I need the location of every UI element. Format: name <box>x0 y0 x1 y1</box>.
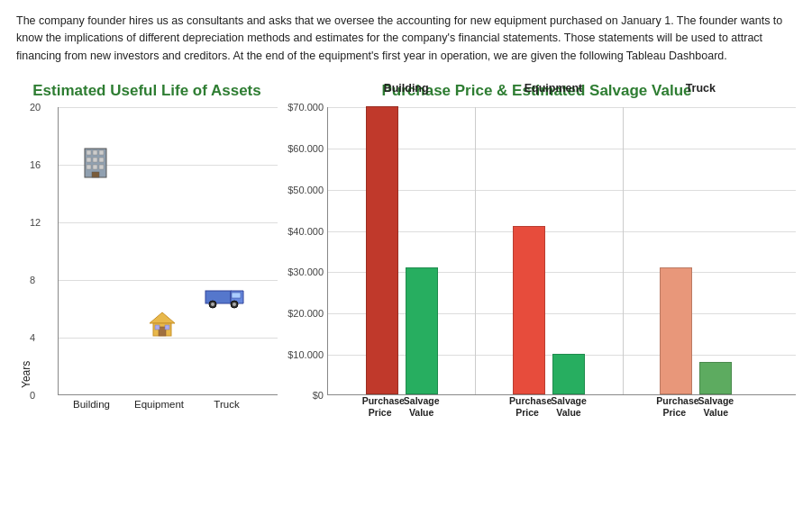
left-icon-building <box>83 147 108 179</box>
right-y-labels: $0$10.000$20.000$30.000$40.000$50.000$60… <box>278 107 327 395</box>
svg-rect-1 <box>87 150 91 155</box>
left-y-tick-label: 0 <box>30 390 35 401</box>
salvage-bar-building <box>406 267 438 395</box>
col-header-truck: Truck <box>627 82 774 95</box>
left-chart-area: Years 048121620 <box>16 107 278 410</box>
svg-rect-9 <box>99 165 104 169</box>
main-container: The company founder hires us as consulta… <box>0 0 812 428</box>
col-divider <box>475 107 476 394</box>
left-chart: Estimated Useful Life of Assets Years 04… <box>16 81 278 410</box>
left-gridline <box>59 107 278 108</box>
svg-marker-11 <box>150 312 175 323</box>
svg-rect-4 <box>87 158 91 162</box>
purchase-label-equipment: Purchase Price <box>509 395 545 418</box>
right-y-tick-label: $30.000 <box>287 267 324 277</box>
svg-rect-7 <box>87 165 91 169</box>
left-y-axis-label: Years <box>16 107 32 388</box>
right-y-tick-label: $10.000 <box>287 349 324 360</box>
right-gridline <box>328 231 796 232</box>
svg-point-22 <box>233 303 236 306</box>
right-y-tick-label: $60.000 <box>287 143 324 154</box>
salvage-label-truck: Salvage Value <box>698 395 734 418</box>
left-chart-plot: 048121620 <box>58 107 278 395</box>
right-chart-area: $0$10.000$20.000$30.000$40.000$50.000$60… <box>278 107 796 395</box>
right-gridline <box>328 272 796 273</box>
svg-point-20 <box>211 303 214 306</box>
right-y-tick-label: $70.000 <box>287 102 324 113</box>
right-gridline <box>328 149 796 149</box>
col-header-building: Building <box>333 82 479 95</box>
left-chart-inner: 048121620 <box>32 107 278 410</box>
svg-rect-6 <box>99 158 104 162</box>
right-gridline <box>328 313 796 314</box>
svg-rect-18 <box>232 293 241 298</box>
svg-rect-2 <box>93 150 97 155</box>
left-y-tick-label: 16 <box>30 159 41 170</box>
purchase-bar-truck <box>660 267 692 395</box>
right-x-label-group-truck: Purchase PriceSalvage Value <box>622 395 769 418</box>
right-x-label-group-building: Purchase PriceSalvage Value <box>327 395 474 418</box>
svg-rect-14 <box>155 325 160 330</box>
right-x-label-group-equipment: Purchase PriceSalvage Value <box>474 395 621 418</box>
description-text: The company founder hires us as consulta… <box>16 13 796 65</box>
left-chart-title: Estimated Useful Life of Assets <box>16 81 278 100</box>
charts-row: Estimated Useful Life of Assets Years 04… <box>16 81 796 418</box>
purchase-bar-building <box>366 106 398 394</box>
salvage-bar-truck <box>699 362 732 395</box>
left-y-tick-label: 12 <box>30 217 41 228</box>
salvage-bar-equipment <box>552 354 585 395</box>
purchase-label-building: Purchase Price <box>362 395 398 418</box>
left-x-label-truck: Truck <box>193 399 260 410</box>
left-x-labels: BuildingEquipmentTruck <box>58 399 278 410</box>
left-gridline <box>59 222 278 223</box>
svg-rect-5 <box>93 158 97 162</box>
right-x-labels: Purchase PriceSalvage ValuePurchase Pric… <box>327 395 796 418</box>
left-y-tick-label: 20 <box>30 102 41 113</box>
salvage-label-equipment: Salvage Value <box>551 395 587 418</box>
right-y-tick-label: $50.000 <box>287 185 324 195</box>
purchase-label-truck: Purchase Price <box>656 395 692 418</box>
col-divider <box>623 107 624 394</box>
svg-rect-3 <box>99 150 104 155</box>
left-y-tick-label: 4 <box>30 332 35 343</box>
right-y-tick-label: $40.000 <box>287 226 324 237</box>
left-gridline <box>59 280 278 281</box>
right-gridline <box>328 107 796 108</box>
svg-rect-10 <box>92 172 99 177</box>
purchase-bar-equipment <box>513 226 545 394</box>
salvage-label-building: Salvage Value <box>404 395 440 418</box>
right-y-tick-label: $0 <box>313 390 324 401</box>
right-chart: Purchase Price & Estimated Salvage Value… <box>278 81 796 418</box>
right-chart-plot: BuildingEquipmentTruck <box>327 107 796 395</box>
right-gridline <box>328 190 796 191</box>
left-x-label-building: Building <box>58 399 125 410</box>
left-icon-equipment <box>148 311 177 338</box>
svg-rect-16 <box>205 291 231 303</box>
right-y-tick-label: $20.000 <box>287 308 324 319</box>
left-x-label-equipment: Equipment <box>125 399 193 410</box>
left-icon-truck <box>205 285 244 309</box>
svg-rect-8 <box>93 165 97 169</box>
svg-rect-15 <box>165 325 169 330</box>
left-y-tick-label: 8 <box>30 275 35 285</box>
col-header-equipment: Equipment <box>479 82 626 95</box>
